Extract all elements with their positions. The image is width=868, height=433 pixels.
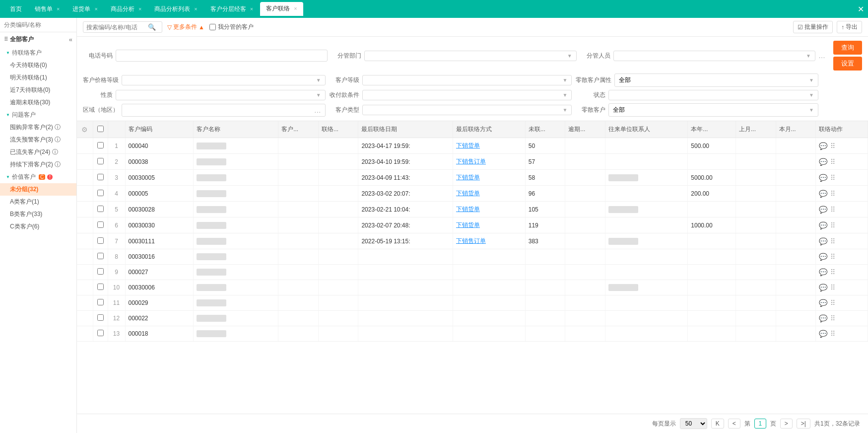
region-select[interactable]: … (122, 104, 326, 117)
col-unit-contact-header[interactable]: 往来单位联系人 (605, 121, 687, 138)
sparse-customer-select[interactable]: 全部 ▼ (608, 103, 818, 117)
col-settings[interactable]: ⚙ (77, 121, 93, 138)
row-checkbox[interactable] (97, 206, 104, 212)
current-page[interactable]: 1 (754, 419, 766, 429)
tab-customer-segment[interactable]: 客户分层经客 × (204, 2, 259, 16)
sidebar-group-pending[interactable]: ▼ 待联络客户 (0, 47, 76, 59)
tab-sales-close[interactable]: × (57, 6, 60, 12)
contact-way-link[interactable]: 下销售订单 (456, 237, 486, 244)
tab-customer-contact[interactable]: 客户联络 × (260, 2, 303, 16)
contact-way-link[interactable]: 下销货单 (456, 221, 480, 228)
sidebar-item-declining[interactable]: 持续下滑客户(2) ⓘ (0, 158, 76, 171)
batch-op-button[interactable]: ☑ 批量操作 (793, 21, 833, 33)
grid-action-icon[interactable]: ⠿ (830, 221, 835, 229)
grid-action-icon[interactable]: ⠿ (830, 330, 835, 338)
grid-action-icon[interactable]: ⠿ (830, 268, 835, 276)
check-all-checkbox[interactable] (97, 126, 104, 132)
message-icon[interactable]: 💬 (819, 284, 827, 291)
person-select[interactable]: ▼ (613, 51, 815, 61)
message-icon[interactable]: 💬 (819, 158, 827, 166)
sidebar-item-ungroup[interactable]: 未分组(32) (0, 183, 76, 196)
tab-sales[interactable]: 销售单 × (29, 2, 66, 16)
grid-action-icon[interactable]: ⠿ (830, 253, 835, 261)
per-page-select[interactable]: 50 100 200 (680, 418, 707, 429)
sidebar-search-input[interactable] (4, 21, 77, 28)
sidebar-item-overdue-pending[interactable]: 逾期未联络(30) (0, 96, 76, 109)
tab-product-analysis-list[interactable]: 商品分析列表 × (148, 2, 203, 16)
message-icon[interactable]: 💬 (819, 330, 827, 338)
filter-more-btn[interactable]: ▽ 更多条件 ▲ (167, 23, 204, 31)
sidebar-item-churn-warning[interactable]: 流失预警客户(3) ⓘ (0, 134, 76, 146)
row-checkbox[interactable] (97, 142, 104, 148)
col-check-all[interactable] (93, 121, 108, 138)
col-this-month-header[interactable]: 本月... (776, 121, 816, 138)
tab-customer-segment-close[interactable]: × (250, 6, 253, 12)
sidebar-item-7days-pending[interactable]: 近7天待联络(0) (0, 84, 76, 96)
message-icon[interactable]: 💬 (819, 190, 827, 198)
row-checkbox[interactable] (97, 314, 104, 321)
my-customers-checkbox-label[interactable]: 我分管的客户 (209, 23, 254, 31)
grid-action-icon[interactable]: ⠿ (830, 174, 835, 182)
grid-action-icon[interactable]: ⠿ (830, 314, 835, 322)
message-icon[interactable]: 💬 (819, 174, 827, 182)
col-type-header[interactable]: 客户... (278, 121, 319, 138)
region-dots[interactable]: … (314, 106, 321, 114)
col-last-contact-date-header[interactable]: 最后联络日期 (358, 121, 453, 138)
sidebar-item-abnormal[interactable]: 囤购异常客户(2) ⓘ (0, 121, 76, 134)
message-icon[interactable]: 💬 (819, 314, 827, 322)
sidebar-group-value[interactable]: ▼ 价值客户 C ! (0, 171, 76, 183)
tab-product-analysis-list-close[interactable]: × (194, 6, 197, 12)
grid-action-icon[interactable]: ⠿ (830, 284, 835, 291)
message-icon[interactable]: 💬 (819, 206, 827, 214)
message-icon[interactable]: 💬 (819, 253, 827, 261)
contact-way-link[interactable]: 下销货单 (456, 142, 480, 149)
col-last-contact-way-header[interactable]: 最后联络方式 (453, 121, 525, 138)
sparse-attr-select[interactable]: 全部 ▼ (614, 73, 818, 87)
col-overdue-header[interactable]: 逾期... (565, 121, 605, 138)
row-checkbox[interactable] (97, 190, 104, 196)
tab-product-analysis-close[interactable]: × (138, 6, 141, 12)
message-icon[interactable]: 💬 (819, 142, 827, 150)
export-button[interactable]: ↑ 导出 (837, 21, 862, 33)
customer-grade-select[interactable]: ▼ (362, 75, 572, 85)
col-contact-header[interactable]: 联络... (318, 121, 358, 138)
sidebar-group-problem[interactable]: ▼ 问题客户 (0, 109, 76, 121)
row-checkbox[interactable] (97, 299, 104, 305)
grid-action-icon[interactable]: ⠿ (830, 237, 835, 245)
payment-select[interactable]: ▼ (362, 90, 572, 100)
status-select[interactable]: ▼ (608, 90, 818, 100)
next-page-btn[interactable]: > (780, 419, 793, 429)
message-icon[interactable]: 💬 (819, 221, 827, 229)
filter-search-input[interactable] (86, 24, 146, 31)
row-checkbox[interactable] (97, 221, 104, 228)
row-checkbox[interactable] (97, 284, 104, 290)
tab-product-analysis[interactable]: 商品分析 × (105, 2, 147, 16)
first-page-btn[interactable]: K (711, 419, 724, 429)
sidebar-item-class-b[interactable]: B类客户(33) (0, 208, 76, 220)
prev-page-btn[interactable]: < (728, 419, 740, 429)
customer-type-select[interactable]: ▼ (362, 105, 572, 115)
sidebar-item-class-c[interactable]: C类客户(6) (0, 220, 76, 233)
sidebar-item-tomorrow-pending[interactable]: 明天待联络(1) (0, 72, 76, 84)
grid-action-icon[interactable]: ⠿ (830, 158, 835, 166)
query-button[interactable]: 查询 (833, 41, 862, 55)
contact-way-link[interactable]: 下销货单 (456, 174, 480, 181)
phone-input[interactable] (116, 50, 328, 62)
tab-home[interactable]: 首页 (4, 2, 28, 16)
contact-way-link[interactable]: 下销货单 (456, 206, 480, 213)
my-customers-checkbox[interactable] (209, 24, 216, 30)
grid-action-icon[interactable]: ⠿ (830, 206, 835, 214)
message-icon[interactable]: 💬 (819, 237, 827, 245)
row-checkbox[interactable] (97, 174, 104, 180)
row-checkbox[interactable] (97, 158, 104, 164)
grid-action-icon[interactable]: ⠿ (830, 299, 835, 307)
tab-customer-contact-close[interactable]: × (294, 5, 297, 11)
col-last-month-header[interactable]: 上月... (736, 121, 776, 138)
message-icon[interactable]: 💬 (819, 268, 827, 276)
window-close-button[interactable]: ✕ (858, 4, 864, 14)
reset-button[interactable]: 设置 (833, 57, 862, 71)
col-no-contact-header[interactable]: 未联... (525, 121, 565, 138)
sidebar-item-today-pending[interactable]: 今天待联络(0) (0, 59, 76, 72)
col-name-header[interactable]: 客户名称 (193, 121, 278, 138)
grid-action-icon[interactable]: ⠿ (830, 142, 835, 150)
